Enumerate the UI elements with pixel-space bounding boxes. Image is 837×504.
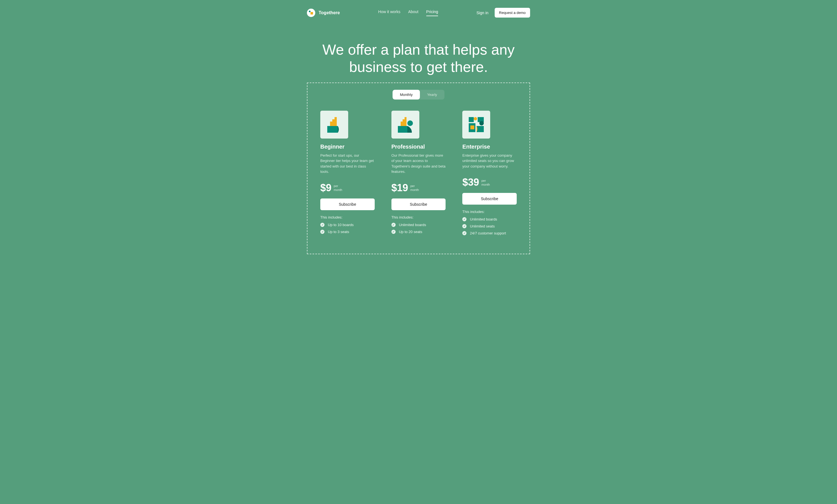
check-icon: ✓ — [391, 230, 396, 234]
price-period: permonth — [410, 184, 419, 193]
header-actions: Sign in Request a demo — [477, 8, 530, 18]
main-nav: How it works About Pricing — [378, 10, 438, 16]
subscribe-button[interactable]: Subscribe — [320, 199, 375, 210]
plans-grid: Beginner Perfect for start ups, our Begi… — [320, 111, 517, 238]
includes-label: This includes: — [320, 215, 375, 219]
plan-desc: Our Professional tier gives more of your… — [391, 153, 446, 174]
svg-point-14 — [479, 121, 484, 126]
check-icon: ✓ — [462, 224, 466, 228]
plan-name: Professional — [391, 144, 446, 150]
site-header: Togethere How it works About Pricing Sig… — [307, 0, 530, 25]
signin-link[interactable]: Sign in — [477, 11, 488, 15]
svg-point-7 — [407, 120, 413, 126]
hero: We offer a plan that helps any business … — [307, 41, 530, 76]
feature-item: ✓Unlimited seats — [462, 224, 517, 228]
svg-rect-9 — [403, 119, 405, 126]
plan-name: Beginner — [320, 144, 375, 150]
svg-rect-1 — [310, 12, 313, 15]
svg-rect-10 — [405, 117, 407, 126]
svg-point-12 — [474, 117, 477, 120]
check-icon: ✓ — [462, 217, 466, 221]
svg-rect-6 — [398, 126, 407, 133]
svg-rect-3 — [330, 122, 332, 126]
feature-item: ✓Unlimited boards — [462, 217, 517, 221]
check-icon: ✓ — [320, 230, 324, 234]
includes-label: This includes: — [462, 210, 517, 214]
price-period: permonth — [334, 184, 342, 193]
nav-about[interactable]: About — [408, 10, 418, 16]
svg-rect-8 — [400, 122, 403, 126]
feature-list: ✓Up to 10 boards ✓Up to 3 seats — [320, 223, 375, 237]
feature-item: ✓Up to 20 seats — [391, 230, 446, 234]
svg-rect-17 — [477, 126, 484, 132]
price-row: $39 permonth — [462, 177, 517, 187]
nav-pricing[interactable]: Pricing — [426, 10, 438, 16]
toggle-monthly[interactable]: Monthly — [393, 90, 420, 99]
nav-how-it-works[interactable]: How it works — [378, 10, 400, 16]
plan-beginner: Beginner Perfect for start ups, our Begi… — [320, 111, 375, 238]
logo-icon — [307, 8, 315, 17]
plan-price: $39 — [462, 177, 479, 187]
price-row: $9 permonth — [320, 183, 375, 193]
svg-rect-16 — [470, 126, 474, 129]
plan-desc: Enterprise gives your company unlimited … — [462, 153, 517, 169]
request-demo-button[interactable]: Request a demo — [495, 8, 530, 18]
feature-item: ✓Up to 3 seats — [320, 230, 375, 234]
svg-rect-5 — [335, 117, 337, 126]
subscribe-button[interactable]: Subscribe — [391, 199, 446, 210]
plan-name: Enterprise — [462, 144, 517, 150]
svg-rect-11 — [469, 117, 474, 122]
brand-name: Togethere — [319, 10, 340, 15]
plan-professional-icon — [391, 111, 419, 138]
includes-label: This includes: — [391, 215, 446, 219]
check-icon: ✓ — [391, 223, 396, 227]
check-icon: ✓ — [320, 223, 324, 227]
check-icon: ✓ — [462, 231, 466, 235]
price-period: permonth — [481, 179, 490, 188]
plan-enterprise-icon — [462, 111, 490, 138]
feature-item: ✓Up to 10 boards — [320, 223, 375, 227]
svg-rect-2 — [327, 126, 338, 133]
plan-price: $19 — [391, 183, 408, 193]
hero-title: We offer a plan that helps any business … — [307, 41, 530, 76]
feature-item: ✓Unlimited boards — [391, 223, 446, 227]
subscribe-button[interactable]: Subscribe — [462, 193, 517, 205]
toggle-yearly[interactable]: Yearly — [420, 90, 444, 99]
feature-list: ✓Unlimited boards ✓Unlimited seats ✓24/7… — [462, 217, 517, 238]
svg-rect-4 — [332, 119, 335, 126]
plan-enterprise: Enterprise Enterprise gives your company… — [462, 111, 517, 238]
plan-price: $9 — [320, 183, 332, 193]
plan-desc: Perfect for start ups, our Beginner tier… — [320, 153, 375, 174]
feature-list: ✓Unlimited boards ✓Up to 20 seats — [391, 223, 446, 237]
svg-point-0 — [309, 11, 310, 12]
plan-professional: Professional Our Professional tier gives… — [391, 111, 446, 238]
brand[interactable]: Togethere — [307, 8, 340, 17]
feature-item: ✓24/7 customer support — [462, 231, 517, 235]
pricing-section: Monthly Yearly Beginner Perfect for st — [307, 82, 530, 255]
price-row: $19 permonth — [391, 183, 446, 193]
billing-toggle: Monthly Yearly — [393, 90, 444, 99]
plan-beginner-icon — [320, 111, 348, 138]
